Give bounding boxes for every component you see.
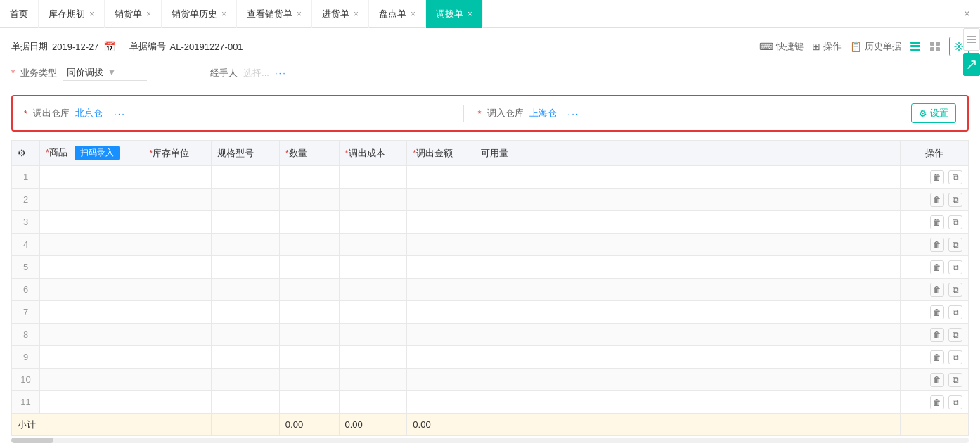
cell-cost[interactable]: [339, 391, 407, 414]
tab-view-sales[interactable]: 查看销货单 ×: [237, 0, 312, 28]
cell-amount[interactable]: [407, 391, 475, 414]
grid-view-btn[interactable]: [929, 41, 941, 52]
copy-row-btn[interactable]: ⧉: [948, 260, 962, 274]
cell-qty[interactable]: [279, 211, 339, 234]
cell-available[interactable]: [475, 369, 901, 391]
cell-qty[interactable]: [279, 324, 339, 346]
delete-row-btn[interactable]: 🗑: [930, 215, 944, 229]
cell-goods[interactable]: [40, 301, 143, 324]
cell-unit[interactable]: [143, 234, 212, 256]
cell-unit[interactable]: [143, 391, 212, 414]
cell-spec[interactable]: [212, 346, 280, 369]
close-tab-transfer[interactable]: ×: [468, 0, 472, 28]
cell-unit[interactable]: [143, 324, 212, 346]
cell-unit[interactable]: [143, 211, 212, 234]
person-more-btn[interactable]: ···: [275, 68, 287, 78]
cell-unit[interactable]: [143, 301, 212, 324]
horizontal-scrollbar[interactable]: [11, 438, 969, 443]
delete-row-btn[interactable]: 🗑: [930, 328, 944, 342]
sidebar-external-btn[interactable]: [963, 53, 980, 76]
cell-available[interactable]: [475, 324, 901, 346]
tab-inventory-check[interactable]: 盘点单 ×: [369, 0, 426, 28]
cell-spec[interactable]: [212, 369, 280, 391]
tab-transfer[interactable]: 调拨单 ×: [426, 0, 483, 28]
cell-amount[interactable]: [407, 324, 475, 346]
cell-goods[interactable]: [40, 256, 143, 279]
cell-amount[interactable]: [407, 301, 475, 324]
cell-available[interactable]: [475, 391, 901, 414]
cell-unit[interactable]: [143, 166, 212, 189]
cell-qty[interactable]: [279, 369, 339, 391]
cell-spec[interactable]: [212, 211, 280, 234]
cell-qty[interactable]: [279, 256, 339, 279]
cell-available[interactable]: [475, 189, 901, 211]
cell-qty[interactable]: [279, 279, 339, 301]
out-wh-value[interactable]: 北京仓: [75, 107, 103, 120]
cell-goods[interactable]: [40, 234, 143, 256]
cell-unit[interactable]: [143, 369, 212, 391]
cell-qty[interactable]: [279, 391, 339, 414]
delete-row-btn[interactable]: 🗑: [930, 238, 944, 252]
cell-qty[interactable]: [279, 301, 339, 324]
cell-spec[interactable]: [212, 234, 280, 256]
delete-row-btn[interactable]: 🗑: [930, 283, 944, 297]
cell-spec[interactable]: [212, 189, 280, 211]
delete-row-btn[interactable]: 🗑: [930, 170, 944, 184]
in-wh-value[interactable]: 上海仓: [529, 107, 557, 120]
cell-available[interactable]: [475, 211, 901, 234]
cell-unit[interactable]: [143, 279, 212, 301]
cell-available[interactable]: [475, 256, 901, 279]
cell-spec[interactable]: [212, 256, 280, 279]
delete-row-btn[interactable]: 🗑: [930, 373, 944, 387]
cell-goods[interactable]: [40, 189, 143, 211]
cell-goods[interactable]: [40, 391, 143, 414]
cell-available[interactable]: [475, 346, 901, 369]
history-doc-btn[interactable]: 📋 历史单据: [850, 40, 901, 53]
cell-amount[interactable]: [407, 211, 475, 234]
cell-cost[interactable]: [339, 211, 407, 234]
copy-row-btn[interactable]: ⧉: [948, 238, 962, 252]
close-tab-view-sales[interactable]: ×: [297, 0, 302, 28]
cell-spec[interactable]: [212, 324, 280, 346]
delete-row-btn[interactable]: 🗑: [930, 193, 944, 207]
cell-spec[interactable]: [212, 391, 280, 414]
cell-available[interactable]: [475, 279, 901, 301]
copy-row-btn[interactable]: ⧉: [948, 193, 962, 207]
cell-spec[interactable]: [212, 279, 280, 301]
cell-amount[interactable]: [407, 279, 475, 301]
copy-row-btn[interactable]: ⧉: [948, 350, 962, 364]
quick-key-btn[interactable]: ⌨ 快捷键: [759, 40, 804, 53]
cell-qty[interactable]: [279, 346, 339, 369]
biz-type-select[interactable]: 同价调拨 ▼: [63, 65, 147, 81]
cell-amount[interactable]: [407, 346, 475, 369]
cell-cost[interactable]: [339, 279, 407, 301]
close-tab-inventory-init[interactable]: ×: [89, 0, 94, 28]
tab-home[interactable]: 首页: [0, 0, 39, 28]
list-view-btn[interactable]: [910, 41, 921, 52]
scan-btn[interactable]: 扫码录入: [75, 146, 120, 160]
close-tab-sales[interactable]: ×: [146, 0, 151, 28]
cell-goods[interactable]: [40, 166, 143, 189]
cell-goods[interactable]: [40, 279, 143, 301]
close-tab-sales-history[interactable]: ×: [221, 0, 226, 28]
cell-goods[interactable]: [40, 211, 143, 234]
copy-row-btn[interactable]: ⧉: [948, 170, 962, 184]
delete-row-btn[interactable]: 🗑: [930, 305, 944, 319]
cell-spec[interactable]: [212, 301, 280, 324]
cell-unit[interactable]: [143, 256, 212, 279]
cell-unit[interactable]: [143, 346, 212, 369]
cell-cost[interactable]: [339, 301, 407, 324]
cell-available[interactable]: [475, 166, 901, 189]
delete-row-btn[interactable]: 🗑: [930, 350, 944, 364]
cell-qty[interactable]: [279, 166, 339, 189]
scrollbar-thumb[interactable]: [11, 438, 53, 443]
cell-amount[interactable]: [407, 166, 475, 189]
copy-row-btn[interactable]: ⧉: [948, 283, 962, 297]
calendar-icon[interactable]: 📅: [103, 41, 115, 52]
cell-goods[interactable]: [40, 346, 143, 369]
cell-cost[interactable]: [339, 346, 407, 369]
delete-row-btn[interactable]: 🗑: [930, 260, 944, 274]
cell-cost[interactable]: [339, 369, 407, 391]
tab-sales[interactable]: 销货单 ×: [105, 0, 162, 28]
cell-cost[interactable]: [339, 256, 407, 279]
